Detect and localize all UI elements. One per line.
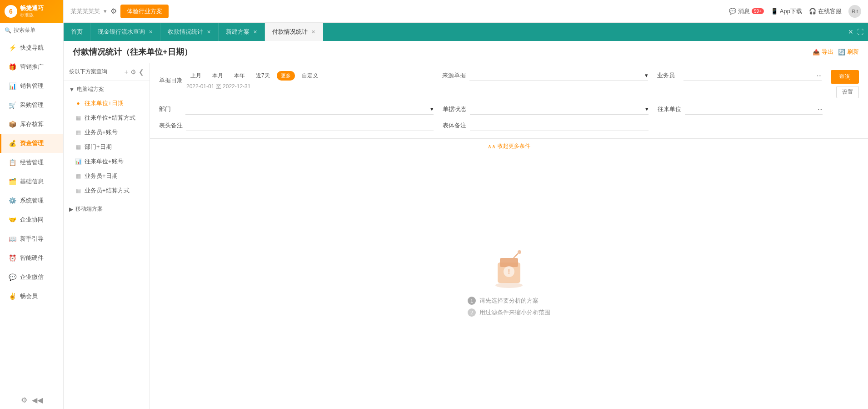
sidebar-item-basic[interactable]: 🗂️ 基础信息 <box>0 172 63 191</box>
schema-item-salesman-account[interactable]: ▦ 业务员+账号 <box>64 125 150 140</box>
export-btn[interactable]: 📤 导出 <box>813 48 833 56</box>
sidebar-item-purchase[interactable]: 🛒 采购管理 <box>0 96 63 115</box>
fullscreen-icon[interactable]: ⛶ <box>857 28 863 35</box>
sidebar-item-guide[interactable]: 📖 新手引导 <box>0 229 63 248</box>
sidebar-item-system[interactable]: ⚙️ 系统管理 <box>0 191 63 210</box>
counterpart-label: 往来单位 <box>658 105 681 113</box>
tab-payment-close-icon[interactable]: ✕ <box>311 29 315 35</box>
query-btn[interactable]: 查询 <box>831 70 859 84</box>
counterpart-field: 往来单位 ··· <box>658 104 823 115</box>
topbar-gear-icon[interactable]: ⚙ <box>110 7 117 15</box>
left-panel-header: 按以下方案查询 + ⚙ ❮ <box>64 63 150 81</box>
schema-item-counterpart-settle[interactable]: ▦ 往来单位+结算方式 <box>64 111 150 125</box>
enterprise-icon: 🤝 <box>8 216 16 223</box>
sidebar-item-sales[interactable]: 📊 销售管理 <box>0 76 63 96</box>
mobile-schema-title[interactable]: ▶ 移动端方案 <box>64 202 150 216</box>
sidebar-item-capital[interactable]: 💰 资金管理 <box>0 134 63 153</box>
system-icon: ⚙️ <box>8 197 16 204</box>
bill-status-dropdown-icon: ▾ <box>645 106 649 112</box>
topbar-right: 💬 消息 99+ 📱 App下载 🎧 在线客服 Rit <box>729 5 861 18</box>
sidebar-item-operation[interactable]: 📋 经营管理 <box>0 153 63 172</box>
search-menu-label: 搜索菜单 <box>14 26 35 34</box>
filter-row-3: 表头备注 表体备注 <box>159 120 859 131</box>
sidebar-item-marketing[interactable]: 🎁 营销推广 <box>0 57 63 76</box>
header-note-field: 表头备注 <box>159 120 434 131</box>
counterpart-select[interactable]: ··· <box>685 104 823 115</box>
sidebar-nav: ⚡ 快捷导航 🎁 营销推广 📊 销售管理 🛒 采购管理 📦 库存核算 💰 资金管… <box>0 38 63 391</box>
schema-item-label: 往来单位+结算方式 <box>85 114 135 122</box>
refresh-btn[interactable]: 🔄 刷新 <box>838 48 859 56</box>
date-this-month[interactable]: 本月 <box>208 70 227 81</box>
collapse-more-btn[interactable]: ∧∧ 收起更多条件 <box>150 138 868 154</box>
collapse-sidebar-icon[interactable]: ◀◀ <box>32 396 43 404</box>
schema-item-dept-date[interactable]: ▦ 部门+日期 <box>64 140 150 154</box>
messages-item[interactable]: 💬 消息 99+ <box>729 7 764 15</box>
desktop-schema-label: 电脑端方案 <box>77 86 104 93</box>
sidebar-item-hardware[interactable]: ⏰ 智能硬件 <box>0 248 63 268</box>
sidebar-item-inventory[interactable]: 📦 库存核算 <box>0 115 63 134</box>
sidebar-item-enterprise[interactable]: 🤝 企业协同 <box>0 210 63 229</box>
trial-btn[interactable]: 体验行业方案 <box>120 5 169 18</box>
tab-bank[interactable]: 现金银行流水查询 ✕ <box>90 23 160 41</box>
header-note-input[interactable] <box>186 120 434 131</box>
date-last-7days[interactable]: 近7天 <box>252 70 274 81</box>
svg-rect-2 <box>500 258 518 267</box>
sidebar-item-wechat[interactable]: 💬 企业微信 <box>0 268 63 287</box>
chevron-up-icon: ∧∧ <box>488 143 496 150</box>
schema-table-icon4: ▦ <box>75 173 82 179</box>
close-all-tabs-icon[interactable]: ✕ <box>848 28 853 35</box>
date-custom[interactable]: 自定义 <box>298 70 322 81</box>
schema-item-salesman-date[interactable]: ▦ 业务员+日期 <box>64 169 150 183</box>
settings-bottom-icon[interactable]: ⚙ <box>21 396 27 404</box>
date-last-month[interactable]: 上月 <box>186 70 205 81</box>
tab-home[interactable]: 首页 <box>64 23 90 41</box>
schema-gear-icon[interactable]: ⚙ <box>130 68 136 76</box>
desktop-schema-group-title[interactable]: ▼ 电脑端方案 <box>64 83 150 96</box>
user-avatar[interactable]: Rit <box>848 5 861 18</box>
purchase-icon: 🛒 <box>8 101 16 109</box>
sidebar-item-label: 基础信息 <box>20 177 44 186</box>
search-menu-item[interactable]: 🔍 搜索菜单 <box>0 23 63 38</box>
export-label: 导出 <box>822 48 833 56</box>
sidebar-bottom: ⚙ ◀◀ <box>0 391 63 409</box>
salesman-select[interactable]: ··· <box>683 70 822 81</box>
left-panel-header-right: + ⚙ ❮ <box>125 68 144 76</box>
company-dropdown-icon[interactable]: ▾ <box>104 8 107 15</box>
tab-payment-stats[interactable]: 付款情况统计 ✕ <box>265 23 323 41</box>
body-note-input[interactable] <box>470 120 649 131</box>
guide-icon: 📖 <box>8 235 16 242</box>
tab-receipt-close-icon[interactable]: ✕ <box>207 29 211 35</box>
chevron-right-icon: ▶ <box>69 206 73 212</box>
message-icon: 💬 <box>729 8 736 15</box>
tab-home-label: 首页 <box>71 28 83 36</box>
settings-btn[interactable]: 设置 <box>836 86 859 98</box>
empty-tip-2: 2 用过滤条件来缩小分析范围 <box>468 308 550 317</box>
date-more-btn[interactable]: 更多 <box>277 71 295 81</box>
source-bill-select[interactable]: ▾ <box>469 70 648 81</box>
schema-chart-icon: 📊 <box>75 158 82 165</box>
tab-new-plan-close-icon[interactable]: ✕ <box>253 29 257 35</box>
add-schema-icon[interactable]: + <box>125 68 128 76</box>
dept-select[interactable]: ▾ <box>185 104 434 115</box>
date-filter-buttons: 上月 本月 本年 近7天 更多 自定义 <box>186 70 433 81</box>
tab-bank-close-icon[interactable]: ✕ <box>149 29 153 35</box>
date-this-year[interactable]: 本年 <box>230 70 249 81</box>
tab-new-plan[interactable]: 新建方案 ✕ <box>219 23 265 41</box>
panel-collapse-icon[interactable]: ❮ <box>139 68 144 76</box>
sidebar-item-member[interactable]: ✌ 畅会员 <box>0 287 63 306</box>
schema-item-salesman-settle[interactable]: ▦ 业务员+结算方式 <box>64 183 150 198</box>
dept-field: 部门 ▾ <box>159 104 434 115</box>
mobile-schema-label: 移动端方案 <box>75 205 103 213</box>
schema-item-counterpart-date[interactable]: ● 往来单位+日期 <box>64 96 150 111</box>
app-download-item[interactable]: 📱 App下载 <box>771 7 802 15</box>
schema-item-counterpart-account[interactable]: 📊 往来单位+账号 <box>64 154 150 169</box>
schema-table-icon3: ▦ <box>75 144 82 150</box>
customer-service-item[interactable]: 🎧 在线客服 <box>809 7 842 15</box>
tab-receipt-stats[interactable]: 收款情况统计 ✕ <box>160 23 219 41</box>
dept-label: 部门 <box>159 105 182 113</box>
sidebar-item-shortcut[interactable]: ⚡ 快捷导航 <box>0 38 63 57</box>
filter-actions: 查询 设置 <box>831 70 859 98</box>
bill-status-select[interactable]: ▾ <box>470 104 649 115</box>
svg-point-6 <box>518 250 521 254</box>
customer-service-label: 在线客服 <box>818 7 842 15</box>
